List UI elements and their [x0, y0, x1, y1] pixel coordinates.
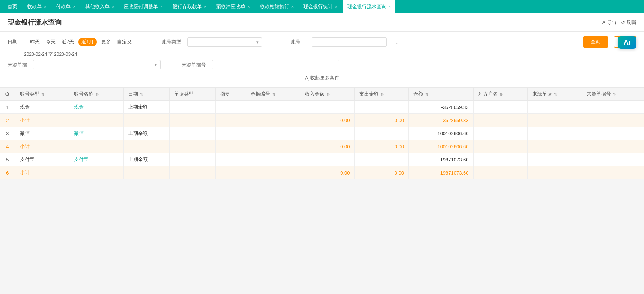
date-more[interactable]: 更多 — [100, 38, 113, 46]
more-icon[interactable]: ... — [394, 39, 398, 45]
col-doc-no: 单据编号 ⇅ — [246, 88, 300, 101]
source-doc-select[interactable]: ▾ — [33, 60, 161, 69]
table-cell — [170, 140, 216, 153]
query-button[interactable]: 查询 — [583, 36, 608, 48]
refresh-icon: ↺ — [621, 20, 625, 25]
table-cell[interactable]: 现金 — [69, 101, 124, 114]
table-cell — [246, 101, 300, 114]
sort-icon[interactable]: ⇅ — [140, 92, 143, 96]
sort-icon[interactable]: ⇅ — [272, 92, 275, 96]
export-button[interactable]: ↗ 导出 — [601, 19, 617, 26]
nav-cash-flow[interactable]: 现金银行流水查询 × — [343, 0, 395, 13]
table-cell — [170, 166, 216, 179]
filter-row-date: 日期 昨天 今天 近7天 近1月 更多 自定义 账号类型 ▾ 账号 ... 查询… — [8, 36, 636, 48]
table-cell — [246, 140, 300, 153]
sort-icon[interactable]: ⇅ — [554, 92, 557, 96]
refresh-button[interactable]: ↺ 刷新 — [621, 19, 636, 26]
table-header-row: ⚙ 账号类型 ⇅ 账号名称 ⇅ 日期 ⇅ 单据类型 — [0, 88, 644, 101]
nav-cash-stats[interactable]: 现金银行统计 × — [299, 0, 342, 13]
page-header: 现金银行流水查询 ↗ 导出 ↺ 刷新 — [0, 13, 644, 32]
table-cell — [69, 140, 124, 153]
table-cell — [170, 153, 216, 166]
table-cell: 0.00 — [354, 114, 409, 127]
date-custom[interactable]: 自定义 — [116, 38, 133, 46]
source-doc-label: 来源单据 — [8, 61, 27, 68]
sort-icon[interactable]: ⇅ — [41, 92, 44, 96]
nav-receipt[interactable]: 收款单 × — [23, 0, 51, 13]
col-counterpart: 对方户名 ⇅ — [473, 88, 528, 101]
table-cell: 5 — [0, 153, 15, 166]
sort-icon[interactable]: ⇅ — [381, 92, 384, 96]
table-cell — [69, 114, 124, 127]
sort-icon[interactable]: ⇅ — [500, 92, 503, 96]
table-cell: 1 — [0, 101, 15, 114]
nav-adjustment[interactable]: 应收应付调整单 × — [119, 0, 167, 13]
table-cell — [528, 127, 582, 140]
table-cell — [246, 166, 300, 179]
date-yesterday[interactable]: 昨天 — [29, 38, 41, 46]
nav-settlement[interactable]: 收款核销执行 × — [255, 0, 298, 13]
nav-home[interactable]: 首页 — [3, 0, 22, 13]
table-cell: 6 — [0, 166, 15, 179]
nav-prepayment[interactable]: 预收冲应收单 × — [212, 0, 254, 13]
table-cell: 0.00 — [300, 140, 355, 153]
table-cell: 100102606.60 — [409, 127, 473, 140]
table-cell — [582, 140, 644, 153]
table-cell — [246, 153, 300, 166]
date-options: 昨天 今天 近7天 近1月 更多 自定义 — [29, 38, 133, 46]
table-row: 6小计0.000.0019871073.60 — [0, 166, 644, 179]
table-cell — [582, 166, 644, 179]
table-cell — [216, 166, 246, 179]
date-7days[interactable]: 近7天 — [60, 38, 75, 46]
table-cell: -3528659.33 — [409, 101, 473, 114]
close-icon[interactable]: × — [291, 4, 294, 9]
table-container: ⚙ 账号类型 ⇅ 账号名称 ⇅ 日期 ⇅ 单据类型 — [0, 88, 644, 179]
table-cell[interactable]: 支付宝 — [69, 153, 124, 166]
table-cell — [354, 127, 409, 140]
source-doc-no-input[interactable] — [212, 60, 339, 69]
sort-icon[interactable]: ⇅ — [425, 92, 428, 96]
col-account-type: 账号类型 ⇅ — [15, 88, 69, 101]
close-icon[interactable]: × — [112, 4, 114, 9]
close-icon[interactable]: × — [335, 4, 337, 9]
date-1month[interactable]: 近1月 — [78, 38, 97, 46]
nav-other-income[interactable]: 其他收入单 × — [81, 0, 119, 13]
table-cell — [528, 166, 582, 179]
sort-icon[interactable]: ⇅ — [327, 92, 330, 96]
table-cell: 上期余额 — [123, 101, 170, 114]
table-cell: 0.00 — [300, 114, 355, 127]
table-cell — [170, 127, 216, 140]
close-icon[interactable]: × — [248, 4, 250, 9]
close-icon[interactable]: × — [44, 4, 46, 9]
close-icon[interactable]: × — [389, 4, 391, 9]
close-icon[interactable]: × — [160, 4, 162, 9]
table-cell — [300, 153, 355, 166]
col-source-doc-no: 来源单据号 ⇅ — [582, 88, 644, 101]
close-icon[interactable]: × — [204, 4, 206, 9]
sort-icon[interactable]: ⇅ — [96, 92, 99, 96]
table-row: 3微信微信上期余额100102606.60 — [0, 127, 644, 140]
ai-badge[interactable]: Ai — [618, 36, 636, 49]
table-cell: 0.00 — [354, 140, 409, 153]
table-row: 5支付宝支付宝上期余额19871073.60 — [0, 153, 644, 166]
account-input[interactable] — [312, 37, 387, 47]
nav-bank-deposit[interactable]: 银行存取款单 × — [168, 0, 211, 13]
collapse-button[interactable]: ⋀ 收起更多条件 — [8, 73, 636, 83]
nav-payment[interactable]: 付款单 × — [51, 0, 80, 13]
table-cell: 支付宝 — [15, 153, 69, 166]
filter-area: 日期 昨天 今天 近7天 近1月 更多 自定义 账号类型 ▾ 账号 ... 查询… — [0, 32, 644, 88]
table-cell — [216, 127, 246, 140]
table-cell — [473, 166, 528, 179]
table-cell — [582, 114, 644, 127]
sort-icon[interactable]: ⇅ — [613, 92, 616, 96]
table-cell — [528, 140, 582, 153]
table-cell[interactable]: 微信 — [69, 127, 124, 140]
close-icon[interactable]: × — [73, 4, 75, 9]
table-gear-icon[interactable]: ⚙ — [5, 91, 10, 97]
account-type-select[interactable]: ▾ — [187, 37, 262, 47]
table-cell: 2 — [0, 114, 15, 127]
table-cell — [123, 166, 170, 179]
table-cell: -3528659.33 — [409, 114, 473, 127]
table-cell: 19871073.60 — [409, 166, 473, 179]
date-today[interactable]: 今天 — [44, 38, 57, 46]
